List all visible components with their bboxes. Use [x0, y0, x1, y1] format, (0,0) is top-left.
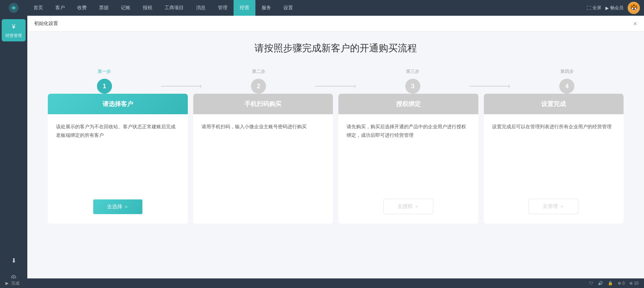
step1-card: 请选择客户 该处展示的客户为不在回收站、客户状态正常建账后完成老板端绑定的所有客…	[48, 94, 188, 224]
nav-manage[interactable]: 管理	[212, 0, 234, 16]
step3-card-body: 请先购买，购买后选择开通的产品中的企业用户进行授权绑定，成功后即可进行经营管理	[338, 114, 478, 192]
close-button[interactable]: ×	[633, 20, 637, 27]
nav-customer[interactable]: 客户	[49, 0, 71, 16]
avatar[interactable]: 🐯	[628, 2, 640, 14]
vip-btn[interactable]: ▶ 畅会员	[605, 5, 624, 11]
connector1-arrow: ›	[199, 82, 202, 90]
video-icon: ▶	[605, 5, 609, 11]
cards-row: 请选择客户 该处展示的客户为不在回收站、客户状态正常建账后完成老板端绑定的所有客…	[48, 94, 624, 224]
step4-card-body: 设置完成后可以在管理列表进行所有企业用户的经营管理	[484, 114, 624, 192]
step2-label: 第二步	[252, 68, 265, 75]
nav-operation[interactable]: 经营	[234, 0, 255, 16]
main-content: 初始化设置 × 请按照步骤完成新客户的开通购买流程 第一步 第二步 第三步	[27, 16, 644, 288]
nav-items: 首页 客户 收费 票据 记账 报税 工商项目 消息 管理 经营 服务 设置	[27, 0, 587, 16]
nav-right: ⛶ 全屏 ▶ 畅会员 🐯	[587, 2, 644, 14]
step4-card: 设置完成 设置完成后可以在管理列表进行所有企业用户的经营管理 去管理 ＞	[484, 94, 624, 224]
step2-card-header: 手机扫码购买	[193, 94, 333, 114]
wizard-container: 请按照步骤完成新客户的开通购买流程 第一步 第二步 第三步 第四步	[27, 31, 644, 288]
nav-service[interactable]: 服务	[255, 0, 277, 16]
nav-tax[interactable]: 报税	[137, 0, 158, 16]
connector3-arrow: ›	[508, 82, 510, 90]
fullscreen-icon: ⛶	[587, 5, 591, 11]
step1-card-body: 该处展示的客户为不在回收站、客户状态正常建账后完成老板端绑定的所有客户	[48, 114, 188, 193]
status-text: 完成	[11, 280, 19, 286]
step4-card-header: 设置完成	[484, 94, 624, 114]
step2-card-footer	[193, 207, 333, 224]
volume-icon: 🔊	[598, 281, 603, 286]
counter2: ⊕ 10	[629, 281, 639, 286]
nav-home[interactable]: 首页	[27, 0, 49, 16]
counter1: ⊕ 0	[618, 281, 625, 286]
step2-circle: 2	[251, 79, 266, 94]
page-header: 初始化设置 ×	[27, 16, 644, 31]
fullscreen-btn[interactable]: ⛶ 全屏	[587, 5, 601, 11]
download-icon: ⬇	[9, 256, 18, 265]
step4-circle: 4	[559, 79, 574, 94]
step3-card: 授权绑定 请先购买，购买后选择开通的产品中的企业用户进行授权绑定，成功后即可进行…	[338, 94, 478, 224]
play-icon[interactable]: ▶	[5, 281, 9, 286]
page-title: 初始化设置	[34, 21, 58, 27]
nav-bookkeeping[interactable]: 记账	[115, 0, 137, 16]
nav-business[interactable]: 工商项目	[158, 0, 190, 16]
step1-card-header: 请选择客户	[48, 94, 188, 114]
step1-action-btn[interactable]: 去选择 ＞	[93, 199, 142, 214]
status-bar-left: ▶ 完成	[5, 280, 19, 286]
step4-card-footer: 去管理 ＞	[484, 192, 624, 224]
step1-label: 第一步	[98, 68, 111, 75]
step3-circle: 3	[405, 79, 420, 94]
lock-icon: 🔒	[608, 281, 613, 286]
step2-card-body: 请用手机扫码，输入小微企业主账号密码进行购买	[193, 114, 333, 207]
sidebar-item-operation[interactable]: ¥ 经营管理	[2, 19, 26, 41]
step3-action-btn[interactable]: 去授权 ＞	[383, 199, 433, 214]
nav-fee[interactable]: 收费	[71, 0, 93, 16]
sidebar-download[interactable]: ⬇	[2, 253, 26, 268]
step4-action-btn[interactable]: 去管理 ＞	[529, 199, 578, 214]
connector2-arrow: ›	[354, 82, 356, 90]
status-bar: ▶ 完成 🛡 🔊 🔒 ⊕ 0 ⊕ 10	[0, 278, 644, 288]
wizard-steps-section: 第一步 第二步 第三步 第四步 1	[48, 68, 624, 224]
top-nav: 首页 客户 收费 票据 记账 报税 工商项目 消息 管理 经营 服务 设置 ⛶ …	[0, 0, 644, 16]
shield-icon: 🛡	[589, 281, 593, 286]
yuan-icon: ¥	[9, 22, 18, 31]
status-bar-right: 🛡 🔊 🔒 ⊕ 0 ⊕ 10	[589, 281, 639, 286]
logo[interactable]	[0, 0, 27, 16]
step3-card-footer: 去授权 ＞	[338, 192, 478, 224]
step3-card-header: 授权绑定	[338, 94, 478, 114]
step1-card-footer: 去选择 ＞	[48, 193, 188, 224]
step3-label: 第三步	[406, 68, 419, 75]
wizard-title: 请按照步骤完成新客户的开通购买流程	[48, 42, 624, 55]
sidebar: ¥ 经营管理 ⬇ ◎	[0, 16, 27, 288]
step4-label: 第四步	[560, 68, 574, 75]
nav-settings[interactable]: 设置	[277, 0, 299, 16]
nav-message[interactable]: 消息	[190, 0, 212, 16]
step1-circle: 1	[97, 79, 112, 94]
step2-card: 手机扫码购买 请用手机扫码，输入小微企业主账号密码进行购买	[193, 94, 333, 224]
nav-invoice[interactable]: 票据	[93, 0, 115, 16]
